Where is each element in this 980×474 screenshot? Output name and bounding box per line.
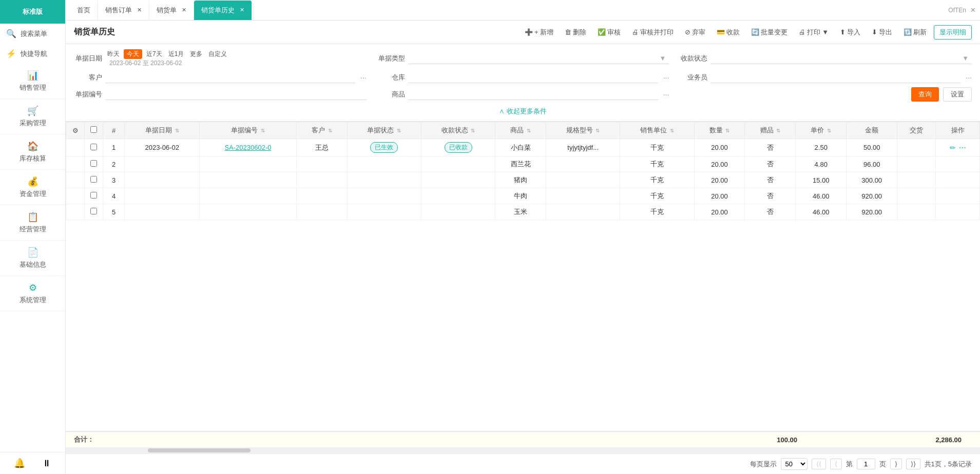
sidebar-item-basic-info[interactable]: 📄 基础信息 <box>0 241 65 276</box>
sidebar-item-operations[interactable]: 📋 经营管理 <box>0 205 65 241</box>
sidebar-item-search-menu[interactable]: 🔍 搜索菜单 <box>0 24 65 44</box>
1month-btn[interactable]: 近1月 <box>166 49 186 59</box>
sidebar-item-finance[interactable]: 💰 资金管理 <box>0 170 65 205</box>
today-btn[interactable]: 今天 <box>124 49 142 59</box>
doc-type-select[interactable]: ▼ <box>408 53 669 64</box>
audit-print-button[interactable]: 🖨 审核并打印 <box>628 26 678 39</box>
next-page-btn[interactable]: ⟩ <box>890 459 902 469</box>
batch-change-button[interactable]: 🔄 批量变更 <box>747 26 792 39</box>
edit-icon[interactable]: ✏ <box>950 144 956 152</box>
tab-sales-delivery-close[interactable]: ✕ <box>182 7 186 13</box>
per-page-select[interactable]: 50 20 100 <box>781 458 808 470</box>
settings-button[interactable]: 设置 <box>943 87 972 102</box>
more-action-icon[interactable]: ⋯ <box>959 144 966 152</box>
sidebar-item-sys-mgmt[interactable]: ⚙ 系统管理 <box>0 276 65 311</box>
sidebar-item-sales-mgmt[interactable]: 📊 销售管理 <box>0 64 65 99</box>
cell-settings[interactable] <box>66 156 85 172</box>
th-quantity[interactable]: 数量 ⇅ <box>694 122 745 139</box>
page-input[interactable] <box>857 459 875 469</box>
row-checkbox[interactable] <box>90 192 97 199</box>
cell-amount: 920.00 <box>847 204 897 220</box>
last-page-btn[interactable]: ⟩⟩ <box>906 459 920 469</box>
goods-ellipsis-btn[interactable]: ··· <box>663 90 669 98</box>
first-page-btn[interactable]: ⟨⟨ <box>812 459 826 469</box>
warehouse-input[interactable] <box>408 72 658 83</box>
th-unit-price[interactable]: 单价 ⇅ <box>796 122 847 139</box>
cell-payment-status <box>421 156 495 172</box>
row-checkbox[interactable] <box>90 208 97 214</box>
pause-icon[interactable]: ⏸ <box>42 458 51 469</box>
th-spec[interactable]: 规格型号 ⇅ <box>546 122 620 139</box>
cell-action[interactable]: ✏⋯ <box>936 139 980 156</box>
filter-collapse[interactable]: ∧ 收起更多条件 <box>74 106 972 118</box>
th-customer[interactable]: 客户 ⇅ <box>296 122 347 139</box>
tab-sales-delivery[interactable]: 销货单 ✕ <box>149 1 194 20</box>
prev-page-btn[interactable]: ⟨ <box>830 459 842 469</box>
horizontal-scrollbar[interactable] <box>66 447 980 453</box>
scrollbar-thumb[interactable] <box>148 448 251 452</box>
cell-check[interactable] <box>85 156 103 172</box>
select-all-checkbox[interactable] <box>90 126 97 133</box>
customer-input[interactable] <box>105 72 355 83</box>
cell-settings[interactable] <box>66 172 85 188</box>
payment-status-select[interactable]: ▼ <box>710 53 972 64</box>
cell-settings[interactable] <box>66 139 85 156</box>
row-checkbox[interactable] <box>90 160 97 167</box>
th-goods[interactable]: 商品 ⇅ <box>495 122 546 139</box>
cell-settings[interactable] <box>66 188 85 204</box>
cell-spec <box>546 188 620 204</box>
audit-button[interactable]: ✅ 审核 <box>593 26 625 39</box>
collect-button[interactable]: 💳 收款 <box>713 26 744 39</box>
tab-sales-order[interactable]: 销售订单 ✕ <box>98 1 149 20</box>
cell-check[interactable] <box>85 139 103 156</box>
row-checkbox[interactable] <box>90 176 97 183</box>
import-button[interactable]: ⬆ 导入 <box>836 26 864 39</box>
tab-sales-order-close[interactable]: ✕ <box>137 7 142 13</box>
cell-check[interactable] <box>85 188 103 204</box>
abandon-button[interactable]: ⊘ 弃审 <box>681 26 709 39</box>
sidebar-item-inventory[interactable]: 🏠 库存核算 <box>0 134 65 170</box>
warehouse-ellipsis-btn[interactable]: ··· <box>663 73 669 82</box>
doc-no-input[interactable] <box>105 89 367 100</box>
th-sales-unit[interactable]: 销售单位 ⇅ <box>620 122 694 139</box>
export-button[interactable]: ⬇ 导出 <box>868 26 896 39</box>
tab-sales-history-close[interactable]: ✕ <box>240 7 244 13</box>
query-button[interactable]: 查询 <box>911 87 939 102</box>
row-checkbox[interactable] <box>90 144 97 150</box>
table-container[interactable]: ⚙ # 单据日期 ⇅ 单据编号 ⇅ 客户 ⇅ 单据状态 ⇅ 收款状态 ⇅ 商品 … <box>66 122 980 431</box>
th-doc-status[interactable]: 单据状态 ⇅ <box>347 122 421 139</box>
tab-sales-history[interactable]: 销货单历史 ✕ <box>194 1 252 20</box>
doc-no-link[interactable]: SA-20230602-0 <box>224 144 271 151</box>
doc-no-label: 单据编号 <box>74 90 102 99</box>
staff-input[interactable] <box>710 72 960 83</box>
sidebar-item-purchase-mgmt[interactable]: 🛒 采购管理 <box>0 99 65 134</box>
customer-ellipsis-btn[interactable]: ··· <box>360 73 367 82</box>
7days-btn[interactable]: 近7天 <box>144 49 164 59</box>
cell-check[interactable] <box>85 172 103 188</box>
sidebar-item-quick-nav[interactable]: ⚡ 快捷导航 <box>0 44 65 64</box>
notification-icon[interactable]: 🔔 <box>14 458 25 469</box>
cell-doc-status <box>347 204 421 220</box>
th-doc-date[interactable]: 单据日期 ⇅ <box>125 122 200 139</box>
th-settings[interactable]: ⚙ <box>66 122 85 139</box>
goods-input[interactable] <box>408 89 658 100</box>
cell-check[interactable] <box>85 204 103 220</box>
show-details-button[interactable]: 显示明细 <box>934 25 972 40</box>
th-doc-no[interactable]: 单据编号 ⇅ <box>200 122 297 139</box>
yesterday-btn[interactable]: 昨天 <box>105 49 122 59</box>
cell-doc-no[interactable]: SA-20230602-0 <box>200 139 297 156</box>
cell-row-num: 4 <box>103 188 125 204</box>
tab-home[interactable]: 首页 <box>70 1 98 20</box>
close-all-icon[interactable]: ✕ <box>970 6 976 14</box>
th-gift[interactable]: 赠品 ⇅ <box>745 122 796 139</box>
refresh-button[interactable]: 🔃 刷新 <box>899 26 931 39</box>
custom-btn[interactable]: 自定义 <box>206 49 229 59</box>
cell-settings[interactable] <box>66 204 85 220</box>
print-button[interactable]: 🖨 打印 ▼ <box>795 26 833 39</box>
staff-ellipsis-btn[interactable]: ··· <box>966 73 972 82</box>
th-payment-status[interactable]: 收款状态 ⇅ <box>421 122 495 139</box>
doc-type-label: 单据类型 <box>377 54 405 63</box>
more-btn[interactable]: 更多 <box>188 49 204 59</box>
new-button[interactable]: ➕ + 新增 <box>521 26 558 39</box>
delete-button[interactable]: 🗑 删除 <box>561 26 590 39</box>
